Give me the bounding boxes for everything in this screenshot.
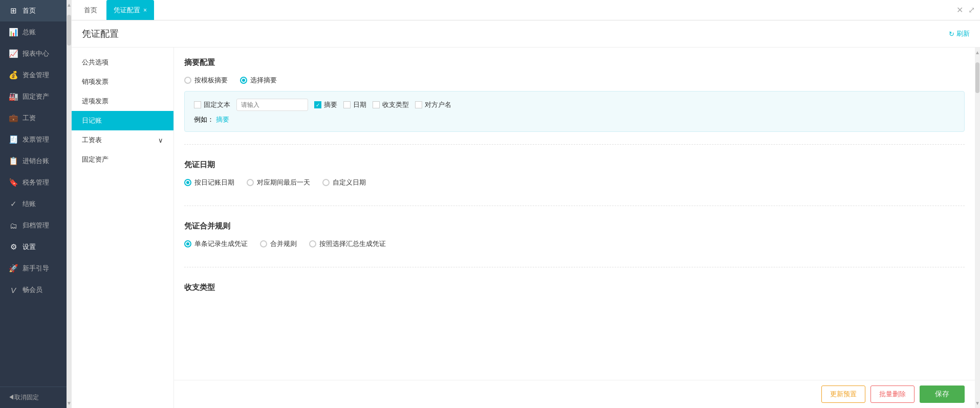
sidebar-item-closing[interactable]: ✓ 结账 — [0, 193, 67, 215]
section-merge-rule-title: 凭证合并规则 — [184, 221, 965, 231]
radio-aggregate-label: 按照选择汇总生成凭证 — [319, 239, 386, 248]
right-scroll-up[interactable]: ▲ — [974, 49, 980, 56]
summary-config-row: 固定文本 ✓ 摘要 日期 — [194, 99, 955, 111]
checkbox-summary[interactable]: ✓ 摘要 — [314, 100, 337, 109]
update-preview-button[interactable]: 更新预置 — [821, 386, 865, 403]
voucher-date-radio-journal[interactable]: 按日记账日期 — [184, 178, 234, 187]
sidebar-item-home[interactable]: ⊞ 首页 — [0, 0, 67, 21]
left-nav-label: 公共选项 — [82, 58, 108, 67]
sidebar-item-tax[interactable]: 🔖 税务管理 — [0, 172, 67, 193]
tab-home[interactable]: 首页 — [77, 0, 104, 20]
radio-journal-date-input[interactable] — [184, 179, 191, 186]
right-scroll-down[interactable]: ▼ — [974, 399, 980, 407]
checkbox-summary-input[interactable]: ✓ — [314, 101, 321, 108]
summary-radio-select[interactable]: 选择摘要 — [240, 76, 277, 85]
tab-home-label: 首页 — [84, 6, 97, 15]
voucher-date-radio-group: 按日记账日期 对应期间最后一天 自定义日期 — [184, 178, 965, 187]
payroll-icon: 💼 — [8, 114, 18, 123]
merge-rule-radio-single[interactable]: 单条记录生成凭证 — [184, 239, 248, 248]
left-nav-item-purchase-invoice[interactable]: 进项发票 — [72, 92, 173, 111]
sidebar-item-label: 新手引导 — [23, 264, 49, 273]
reports-icon: 📈 — [8, 49, 18, 58]
sidebar-item-settings[interactable]: ⚙ 设置 — [0, 236, 67, 258]
radio-period-last-input[interactable] — [247, 179, 254, 186]
summary-radio-template[interactable]: 按模板摘要 — [184, 76, 228, 85]
radio-merge-rule-input[interactable] — [260, 240, 267, 247]
sidebar-item-archive[interactable]: 🗂 归档管理 — [0, 215, 67, 236]
checkbox-counterparty-label: 对方户名 — [425, 100, 451, 109]
checkbox-receipt-type-input[interactable] — [373, 101, 380, 108]
tab-close-icon[interactable]: × — [143, 7, 147, 14]
window-close-icon[interactable]: ✕ — [956, 5, 963, 15]
radio-custom-date-label: 自定义日期 — [333, 178, 366, 187]
left-nav-item-fixed-assets[interactable]: 固定资产 — [72, 150, 173, 169]
sidebar-item-label: 设置 — [23, 242, 36, 252]
summary-preview-row: 例如： 摘要 — [194, 115, 955, 124]
radio-custom-date-input[interactable] — [322, 179, 330, 186]
sidebar-item-funds[interactable]: 💰 资金管理 — [0, 64, 67, 86]
bottom-bar: 更新预置 批量删除 保存 — [174, 380, 975, 408]
radio-select-label: 选择摘要 — [250, 76, 277, 85]
checkbox-fixed-text[interactable]: 固定文本 — [194, 100, 230, 109]
left-nav-item-public[interactable]: 公共选项 — [72, 53, 173, 72]
sidebar-item-label: 发票管理 — [23, 135, 49, 144]
section-summary-title: 摘要配置 — [184, 58, 965, 67]
left-nav-item-payroll-sheet[interactable]: 工资表 ∨ — [72, 130, 173, 150]
left-nav-item-journal[interactable]: 日记账 — [72, 111, 173, 130]
sidebar-item-label: 总账 — [23, 28, 36, 37]
sidebar-item-ledger[interactable]: 📊 总账 — [0, 21, 67, 43]
sidebar-item-member[interactable]: V 畅会员 — [0, 279, 67, 301]
guide-icon: 🚀 — [8, 264, 18, 273]
tab-voucher-config[interactable]: 凭证配置 × — [106, 0, 154, 20]
funds-icon: 💰 — [8, 71, 18, 80]
sidebar-item-reports[interactable]: 📈 报表中心 — [0, 43, 67, 64]
closing-icon: ✓ — [8, 199, 18, 209]
sidebar-item-label: 归档管理 — [23, 221, 49, 230]
refresh-icon: ↻ — [949, 30, 954, 38]
right-scrollbar: ▲ ▼ — [975, 48, 980, 408]
radio-aggregate-input[interactable] — [309, 240, 316, 247]
sidebar-scrollbar: ▲ ▼ — [67, 0, 72, 408]
checkbox-counterparty-input[interactable] — [415, 101, 422, 108]
checkbox-counterparty[interactable]: 对方户名 — [415, 100, 451, 109]
refresh-button[interactable]: ↻ 刷新 — [949, 29, 970, 38]
radio-single-record-label: 单条记录生成凭证 — [194, 239, 248, 248]
sidebar-item-assets[interactable]: 🏭 固定资产 — [0, 86, 67, 107]
merge-rule-radio-aggregate[interactable]: 按照选择汇总生成凭证 — [309, 239, 386, 248]
sidebar-footer-unpin[interactable]: ◀取消固定 — [0, 387, 67, 408]
tax-icon: 🔖 — [8, 178, 18, 187]
assets-icon: 🏭 — [8, 92, 18, 101]
left-nav-label: 固定资产 — [82, 155, 108, 164]
voucher-date-radio-custom[interactable]: 自定义日期 — [322, 178, 366, 187]
radio-template-input[interactable] — [184, 77, 191, 84]
sidebar: ⊞ 首页 📊 总账 📈 报表中心 💰 资金管理 🏭 固定资产 💼 工资 🧾 发票… — [0, 0, 67, 408]
fixed-text-input[interactable] — [236, 99, 308, 111]
left-nav-label: 进项发票 — [82, 97, 108, 106]
sidebar-item-guide[interactable]: 🚀 新手引导 — [0, 258, 67, 279]
sidebar-item-purchase-sales[interactable]: 📋 进销台账 — [0, 150, 67, 172]
sidebar-item-invoice[interactable]: 🧾 发票管理 — [0, 129, 67, 150]
radio-select-input[interactable] — [240, 77, 247, 84]
invoice-icon: 🧾 — [8, 135, 18, 144]
checkbox-date-input[interactable] — [343, 101, 351, 108]
ledger-icon: 📊 — [8, 28, 18, 37]
window-max-icon[interactable]: ⤢ — [968, 5, 975, 15]
page-title: 凭证配置 — [82, 28, 119, 40]
member-icon: V — [8, 286, 18, 294]
summary-radio-group: 按模板摘要 选择摘要 — [184, 76, 965, 85]
sidebar-item-label: 首页 — [23, 6, 36, 15]
checkbox-receipt-type[interactable]: 收支类型 — [373, 100, 409, 109]
merge-rule-radio-merge[interactable]: 合并规则 — [260, 239, 297, 248]
checkbox-fixed-text-input[interactable] — [194, 101, 201, 108]
tab-voucher-config-label: 凭证配置 — [114, 6, 140, 15]
left-nav-item-sales-invoice[interactable]: 销项发票 — [72, 72, 173, 92]
batch-delete-button[interactable]: 批量删除 — [870, 386, 914, 403]
save-button[interactable]: 保存 — [920, 386, 965, 403]
purchase-sales-icon: 📋 — [8, 156, 18, 166]
sidebar-item-label: 税务管理 — [23, 178, 49, 187]
radio-single-record-input[interactable] — [184, 240, 191, 247]
sidebar-item-label: 畅会员 — [23, 285, 42, 294]
sidebar-item-payroll[interactable]: 💼 工资 — [0, 107, 67, 129]
voucher-date-radio-period-last[interactable]: 对应期间最后一天 — [247, 178, 310, 187]
checkbox-date[interactable]: 日期 — [343, 100, 366, 109]
